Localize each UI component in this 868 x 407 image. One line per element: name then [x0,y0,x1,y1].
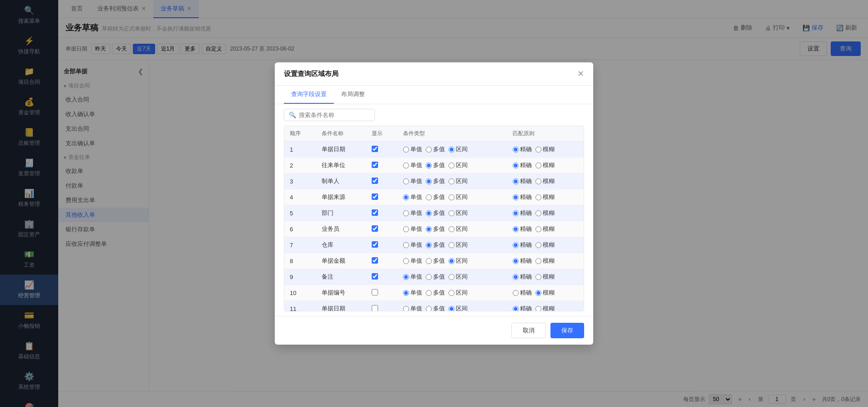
type-opt-多值[interactable]: 多值 [426,305,445,311]
type-opt-区间[interactable]: 区间 [449,145,468,153]
match-opt-精确[interactable]: 精确 [513,161,532,169]
cell-type[interactable]: 单值多值区间 [398,301,507,312]
display-checkbox-4[interactable] [372,193,378,200]
type-opt-区间[interactable]: 区间 [449,177,468,185]
type-opt-区间[interactable]: 区间 [449,273,468,281]
cell-type[interactable]: 单值多值区间 [398,205,507,221]
search-input[interactable] [299,112,367,118]
modal-tab-layout[interactable]: 布局调整 [334,86,372,104]
cell-display[interactable] [366,221,398,237]
type-opt-单值[interactable]: 单值 [403,161,422,169]
type-opt-单值[interactable]: 单值 [403,289,422,297]
type-opt-多值[interactable]: 多值 [426,145,445,153]
cell-display[interactable] [366,205,398,221]
display-checkbox-9[interactable] [372,273,378,280]
match-opt-模糊[interactable]: 模糊 [535,209,555,217]
display-checkbox-2[interactable] [372,162,378,168]
cell-match[interactable]: 精确模糊 [507,221,584,237]
match-opt-精确[interactable]: 精确 [513,257,532,265]
cell-match[interactable]: 精确模糊 [507,285,584,301]
match-opt-精确[interactable]: 精确 [513,193,532,201]
match-opt-模糊[interactable]: 模糊 [535,305,555,311]
cell-display[interactable] [366,237,398,253]
match-opt-精确[interactable]: 精确 [513,209,532,217]
type-opt-单值[interactable]: 单值 [403,177,422,185]
type-opt-区间[interactable]: 区间 [449,257,468,265]
match-opt-精确[interactable]: 精确 [513,241,532,249]
type-opt-单值[interactable]: 单值 [403,209,422,217]
cell-match[interactable]: 精确模糊 [507,301,584,312]
cell-type[interactable]: 单值多值区间 [398,253,507,269]
match-opt-模糊[interactable]: 模糊 [535,225,555,233]
cell-type[interactable]: 单值多值区间 [398,269,507,285]
cell-match[interactable]: 精确模糊 [507,237,584,253]
type-opt-单值[interactable]: 单值 [403,273,422,281]
modal-close-button[interactable]: ✕ [577,69,584,79]
cell-type[interactable]: 单值多值区间 [398,285,507,301]
display-checkbox-7[interactable] [372,241,378,248]
cell-display[interactable] [366,189,398,205]
type-opt-多值[interactable]: 多值 [426,161,445,169]
display-checkbox-6[interactable] [372,225,378,232]
cell-display[interactable] [366,301,398,312]
cell-match[interactable]: 精确模糊 [507,269,584,285]
cell-match[interactable]: 精确模糊 [507,205,584,221]
type-opt-区间[interactable]: 区间 [449,193,468,201]
cell-match[interactable]: 精确模糊 [507,173,584,189]
match-opt-模糊[interactable]: 模糊 [535,257,555,265]
type-opt-多值[interactable]: 多值 [426,273,445,281]
type-opt-区间[interactable]: 区间 [449,209,468,217]
type-opt-单值[interactable]: 单值 [403,145,422,153]
match-opt-精确[interactable]: 精确 [513,305,532,311]
cell-type[interactable]: 单值多值区间 [398,189,507,205]
match-opt-精确[interactable]: 精确 [513,177,532,185]
cell-display[interactable] [366,158,398,173]
cell-type[interactable]: 单值多值区间 [398,142,507,158]
type-opt-区间[interactable]: 区间 [449,241,468,249]
match-opt-模糊[interactable]: 模糊 [535,289,555,297]
match-opt-模糊[interactable]: 模糊 [535,193,555,201]
type-opt-区间[interactable]: 区间 [449,161,468,169]
type-opt-单值[interactable]: 单值 [403,241,422,249]
cell-display[interactable] [366,285,398,301]
type-opt-单值[interactable]: 单值 [403,225,422,233]
type-opt-多值[interactable]: 多值 [426,177,445,185]
type-opt-单值[interactable]: 单值 [403,305,422,311]
type-opt-区间[interactable]: 区间 [449,305,468,311]
type-opt-多值[interactable]: 多值 [426,209,445,217]
display-checkbox-8[interactable] [372,257,378,264]
type-opt-多值[interactable]: 多值 [426,241,445,249]
match-opt-模糊[interactable]: 模糊 [535,177,555,185]
match-opt-精确[interactable]: 精确 [513,145,532,153]
match-opt-精确[interactable]: 精确 [513,289,532,297]
display-checkbox-11[interactable] [372,305,378,311]
cell-display[interactable] [366,253,398,269]
cell-match[interactable]: 精确模糊 [507,158,584,173]
modal-tab-fields[interactable]: 查询字段设置 [284,86,334,104]
type-opt-单值[interactable]: 单值 [403,257,422,265]
match-opt-模糊[interactable]: 模糊 [535,145,555,153]
match-opt-精确[interactable]: 精确 [513,225,532,233]
cell-display[interactable] [366,269,398,285]
cell-display[interactable] [366,142,398,158]
cell-match[interactable]: 精确模糊 [507,189,584,205]
type-opt-区间[interactable]: 区间 [449,289,468,297]
display-checkbox-5[interactable] [372,209,378,216]
type-opt-多值[interactable]: 多值 [426,289,445,297]
match-opt-模糊[interactable]: 模糊 [535,161,555,169]
type-opt-多值[interactable]: 多值 [426,257,445,265]
cancel-button[interactable]: 取消 [511,323,546,338]
match-opt-模糊[interactable]: 模糊 [535,241,555,249]
cell-match[interactable]: 精确模糊 [507,253,584,269]
modal-save-button[interactable]: 保存 [550,323,584,338]
type-opt-区间[interactable]: 区间 [449,225,468,233]
cell-type[interactable]: 单值多值区间 [398,237,507,253]
cell-match[interactable]: 精确模糊 [507,142,584,158]
match-opt-精确[interactable]: 精确 [513,273,532,281]
type-opt-多值[interactable]: 多值 [426,193,445,201]
cell-type[interactable]: 单值多值区间 [398,158,507,173]
type-opt-单值[interactable]: 单值 [403,193,422,201]
match-opt-模糊[interactable]: 模糊 [535,273,555,281]
display-checkbox-1[interactable] [372,146,378,152]
cell-type[interactable]: 单值多值区间 [398,221,507,237]
